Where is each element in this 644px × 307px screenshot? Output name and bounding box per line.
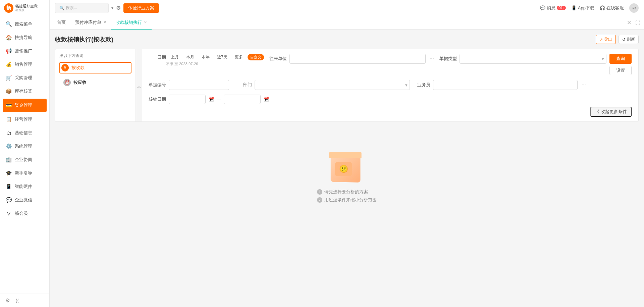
verify-date-start-input[interactable]: 2023-03-01 <box>169 95 206 104</box>
sidebar-icon-10: 🏢 <box>5 156 12 163</box>
sidebar-item-13[interactable]: 💬企业微信 <box>0 193 49 207</box>
sidebar-item-3[interactable]: 💰销售管理 <box>0 58 49 71</box>
logo-text: 畅捷通好生意 标准版 <box>15 4 38 12</box>
sidebar-item-12[interactable]: 📱智能硬件 <box>0 180 49 193</box>
page-title: 收款核销执行(按收款) <box>55 36 113 44</box>
refresh-icon: ↺ <box>622 37 626 42</box>
sidebar: 畅 畅捷通好生意 标准版 🔍搜索菜单🏠快捷导航📢营销推广💰销售管理🛒采购管理📦库… <box>0 0 50 307</box>
voucher-no-field: 单据编号 <box>149 80 229 90</box>
collapse-more-btn[interactable]: 《 收起更多条件 <box>590 107 632 117</box>
verify-start-calendar-icon[interactable]: 📅 <box>208 97 214 102</box>
settings-btn[interactable]: 设置 <box>609 66 632 75</box>
voucher-type-select[interactable] <box>460 54 606 64</box>
header-search-bar[interactable]: 🔍 搜索... <box>55 3 109 13</box>
sidebar-bottom: ⚙ ⟨⟨ <box>0 294 49 307</box>
app-download-icon: 📱 <box>571 5 577 10</box>
message-btn[interactable]: 💬 消息 99+ <box>540 5 566 11</box>
filter-panel-title: 按以下方查询 <box>59 53 131 59</box>
filter-panel: 按以下方查询 ¥ 按收款 ⏰ 按应收 《 <box>55 49 639 122</box>
voucher-type-label: 单据类型 <box>439 56 457 62</box>
tab-close-all-icon[interactable]: ✕ <box>626 18 633 27</box>
sidebar-icon-4: 🛒 <box>5 74 12 81</box>
online-service-btn[interactable]: 🎧 在线客服 <box>600 5 624 11</box>
date-shortcut-7days[interactable]: 近7天 <box>214 54 230 61</box>
dept-select[interactable] <box>255 80 410 90</box>
date-filter: 日期 上月 本月 本年 近7天 更多 自定义 <box>149 54 264 61</box>
verify-date-end-input[interactable]: 2023-07-21 <box>224 95 261 104</box>
date-range-hint: 不限 至 2023-07-26 <box>166 61 264 66</box>
top-header: 🔍 搜索... ▾ ⚙ 休验行业方案 💬 消息 99+ 📱 App下载 🎧 在线… <box>50 0 644 16</box>
date-label: 日期 <box>149 54 166 60</box>
sidebar-item-11[interactable]: 🎓新手引导 <box>0 166 49 180</box>
export-icon: ↗ <box>599 37 603 42</box>
sidebar-icon-13: 💬 <box>5 197 12 203</box>
dept-label: 部门 <box>234 82 252 88</box>
refresh-btn[interactable]: ↺ 刷新 <box>619 35 639 44</box>
filter-collapse-toggle[interactable]: 《 <box>136 49 142 121</box>
tab-collection[interactable]: 收款核销执行 ✕ <box>111 16 152 30</box>
tab-expand-icon[interactable]: ⛶ <box>634 19 641 27</box>
sidebar-item-9[interactable]: ⚙️系统管理 <box>0 140 49 153</box>
query-btn[interactable]: 查询 <box>609 54 632 64</box>
empty-box-lid <box>329 152 362 158</box>
tab-prepay-close[interactable]: ✕ <box>103 20 106 24</box>
filter-option-by-collection[interactable]: ¥ 按收款 <box>59 62 131 73</box>
header-gear-icon[interactable]: ⚙ <box>116 5 121 11</box>
page-content: 收款核销执行(按收款) ↗ 导出 ↺ 刷新 按以下方查询 <box>50 30 644 231</box>
date-separator: — <box>217 97 221 102</box>
date-shortcut-this-year[interactable]: 本年 <box>199 54 212 61</box>
verify-date-field: 核销日期 2023-03-01 📅 — 2023-07-21 📅 <box>149 95 269 104</box>
sidebar-item-5[interactable]: 📦库存核算 <box>0 85 49 98</box>
sidebar-icon-5: 📦 <box>5 88 12 95</box>
sidebar-icon-1: 🏠 <box>5 34 12 41</box>
hint-num-2: 2 <box>317 197 322 203</box>
app-logo: 畅 畅捷通好生意 标准版 <box>0 0 49 16</box>
headset-icon: 🎧 <box>600 5 605 10</box>
date-shortcut-more[interactable]: 更多 <box>232 54 246 61</box>
partner-dots-icon[interactable]: ··· <box>430 56 434 62</box>
main-area: 🔍 搜索... ▾ ⚙ 休验行业方案 💬 消息 99+ 📱 App下载 🎧 在线… <box>50 0 644 307</box>
tab-home[interactable]: 首页 <box>52 16 70 30</box>
filter-option-by-receivable[interactable]: ⏰ 按应收 <box>59 76 131 89</box>
industry-btn[interactable]: 休验行业方案 <box>123 3 159 13</box>
verify-date-label: 核销日期 <box>149 96 166 102</box>
salesperson-dots-icon[interactable]: ··· <box>582 82 586 88</box>
sidebar-item-4[interactable]: 🛒采购管理 <box>0 71 49 85</box>
sidebar-item-7[interactable]: 📋经营管理 <box>0 113 49 126</box>
date-custom-badge[interactable]: 自定义 <box>248 54 264 60</box>
partner-input[interactable] <box>289 54 426 64</box>
sidebar-item-14[interactable]: V畅会员 <box>0 207 49 220</box>
sidebar-item-1[interactable]: 🏠快捷导航 <box>0 31 49 44</box>
collapse-icon: 《 <box>595 109 599 115</box>
settings-icon[interactable]: ⚙ <box>5 297 10 304</box>
collapse-sidebar-icon[interactable]: ⟨⟨ <box>15 298 19 303</box>
empty-illustration: 😕 <box>325 142 369 182</box>
filter-options: ¥ 按收款 ⏰ 按应收 <box>59 62 131 89</box>
salesperson-input[interactable] <box>433 80 578 90</box>
sidebar-item-6[interactable]: 💳资金管理 <box>3 99 47 112</box>
sidebar-icon-6: 💳 <box>5 102 12 109</box>
filter-options-panel: 按以下方查询 ¥ 按收款 ⏰ 按应收 <box>55 49 136 121</box>
verify-end-calendar-icon[interactable]: 📅 <box>263 97 269 102</box>
salesperson-field: 业务员 ··· <box>413 80 586 90</box>
page-body: 收款核销执行(按收款) ↗ 导出 ↺ 刷新 按以下方查询 <box>50 30 644 307</box>
filter-footer: 《 收起更多条件 <box>149 107 632 117</box>
sidebar-item-10[interactable]: 🏢企业协同 <box>0 153 49 166</box>
dept-field: 部门 ▾ <box>234 80 408 90</box>
app-download-btn[interactable]: 📱 App下载 <box>571 5 594 11</box>
sidebar-icon-14: V <box>5 210 12 217</box>
sidebar-item-0[interactable]: 🔍搜索菜单 <box>0 17 49 31</box>
partner-label: 往来单位 <box>269 56 287 62</box>
date-shortcut-last-month[interactable]: 上月 <box>168 54 181 61</box>
voucher-no-input[interactable] <box>169 80 229 90</box>
export-btn[interactable]: ↗ 导出 <box>596 35 616 44</box>
sidebar-item-2[interactable]: 📢营销推广 <box>0 44 49 58</box>
tab-prepay[interactable]: 预付冲应付单 ✕ <box>70 16 111 30</box>
query-actions: 查询 设置 <box>609 54 632 75</box>
user-avatar[interactable]: Rit <box>629 3 639 13</box>
tab-collection-close[interactable]: ✕ <box>144 20 147 24</box>
tab-bar: 首页 预付冲应付单 ✕ 收款核销执行 ✕ ✕ ⛶ <box>50 16 644 30</box>
sidebar-item-8[interactable]: 🗂基础信息 <box>0 126 49 140</box>
date-shortcut-this-month[interactable]: 本月 <box>183 54 197 61</box>
header-dropdown-icon[interactable]: ▾ <box>111 6 113 10</box>
